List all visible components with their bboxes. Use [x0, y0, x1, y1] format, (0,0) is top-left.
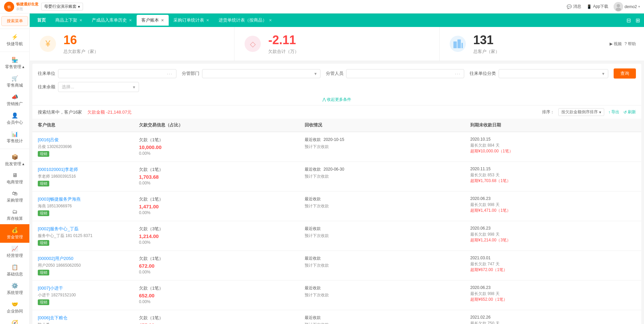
table-row: [0002]服务中心_丁磊 服务中心_丁磊 181 0125 8371 现销 欠…	[32, 221, 641, 251]
filter-balance: 往来余额 选择... ▾	[38, 82, 139, 92]
sort-select[interactable]: 按欠款金额倒序排序 ▾	[558, 108, 604, 116]
stat-number-debt: -2.11	[268, 33, 299, 47]
stat-label-total: 总客户（家）	[473, 49, 500, 55]
org-name: 母婴行业演示账套	[44, 4, 77, 9]
search-button[interactable]: 查询	[614, 68, 636, 79]
operations-icon: 📈	[11, 245, 18, 252]
filter-unit-class: 往来单位分类 ▾	[470, 69, 608, 78]
sidebar-item-guide[interactable]: 🧭 新手引导	[0, 317, 29, 324]
stat-label-debt: 欠款合计（万）	[268, 49, 299, 55]
purchase-icon: 🛍	[12, 190, 18, 197]
table-header: 客户信息 欠款交易信息（占比） 回收情况 到期未收款日期	[32, 119, 641, 132]
balance-select[interactable]: 选择... ▾	[58, 82, 139, 92]
stat-number-total: 131	[473, 33, 500, 47]
ecommerce-icon: 🖥	[12, 172, 18, 178]
message-btn[interactable]: 💬 消息	[567, 4, 581, 9]
payment-info-000002: 最近收款 预计下次收款	[305, 256, 470, 268]
tab-close-customer-account[interactable]: ✕	[161, 18, 164, 23]
batch-mgmt-icon: 📦	[11, 154, 18, 160]
sidebar-item-member[interactable]: 👤 会员中心	[0, 110, 29, 128]
sidebar-item-ecommerce[interactable]: 🖥 电商管理	[0, 170, 29, 188]
table-row: [0001020001]李老师 李老师 18600391516 现销 欠款（1笔…	[32, 162, 641, 192]
tab-close-product-history[interactable]: ✕	[129, 18, 132, 23]
overdue-amount-0001020001[interactable]: 超期¥1,703.68（1笔）	[470, 178, 636, 184]
customer-name-000002[interactable]: [000002]用户2050	[38, 256, 139, 262]
sidebar-item-inventory[interactable]: 🗂 库存核算	[0, 206, 29, 224]
customer-name-0016[interactable]: [0016]吕俊	[38, 137, 139, 143]
sidebar-item-batch-mgmt[interactable]: 📦 批发管理 ▴	[0, 151, 29, 170]
tab-customer-account[interactable]: 客户账本 ✕	[137, 15, 169, 26]
stat-card-debt: ◇ -2.11 欠款合计（万）	[234, 27, 439, 61]
tab-inbound-stats[interactable]: 进货单统计表（按商品） ✕	[214, 15, 277, 26]
minimize-btn[interactable]: ⊟	[625, 17, 632, 24]
sidebar-item-marketing[interactable]: 📣 营销推广	[0, 91, 29, 110]
table-row: [0006]去下粮仓 陈小希 现销 欠款（1笔） 455.90 0.00% 最近…	[32, 310, 641, 324]
customer-name-0002[interactable]: [0002]服务中心_丁磊	[38, 226, 139, 232]
debt-info-0003: 欠款（1笔） 1,471.00 0.00%	[139, 196, 305, 215]
from-unit-input[interactable]: ···	[58, 69, 176, 78]
export-btn[interactable]: ↑ 导出	[608, 109, 619, 115]
sidebar-item-operations[interactable]: 📈 经营管理	[0, 243, 29, 261]
svg-text:¥: ¥	[45, 38, 51, 49]
tab-close-inbound-stats[interactable]: ✕	[269, 18, 272, 23]
sidebar-item-retail-mgmt[interactable]: 🏪 零售管理 ▴	[0, 54, 29, 72]
collapse-btn[interactable]: ⋀ 收起更多条件	[38, 95, 636, 105]
sidebar-item-retail-shop[interactable]: 🛒 零售商城	[0, 72, 29, 91]
results-text: 搜索结果中，客户16家 欠款金额 -21,148.07元	[38, 109, 132, 115]
filter-area: 往来单位 ··· 分管部门 ▾	[32, 64, 641, 105]
col-header-due: 到期未收款日期	[470, 122, 636, 128]
overdue-amount-000002[interactable]: 超期¥672.00（1笔）	[470, 267, 636, 273]
user-menu[interactable]: demo2 ▾	[614, 2, 640, 11]
overdue-info-0006: 2021.02.26 最长欠款 750 天 超期¥455.90（1笔）	[470, 315, 636, 324]
customer-info-0016: [0016]吕俊 吕俊 13026203696 现销	[38, 137, 139, 157]
tab-bar: 首页 商品上下架 ✕ 产成品入库单历史 ✕ 客户账本 ✕ 采购订单统计表 ✕	[30, 13, 644, 27]
overdue-info-0001020001: 2020.11.15 最长欠款 853 天 超期¥1,703.68（1笔）	[470, 167, 636, 184]
overdue-info-0002: 2020.06.23 最长欠款 998 天 超期¥1,214.00（3笔）	[470, 226, 636, 243]
stat-icon-total	[448, 34, 468, 54]
sidebar-item-basic-info[interactable]: 📋 基础信息	[0, 261, 29, 280]
video-help-btn[interactable]: ▶ 视频	[610, 41, 622, 47]
customer-name-0006[interactable]: [0006]去下粮仓	[38, 315, 139, 321]
refresh-icon: ↺	[623, 110, 627, 115]
sidebar-item-corp-collab[interactable]: 🤝 企业协同	[0, 298, 29, 317]
sidebar-item-quick-nav[interactable]: ⚡ 快捷导航	[0, 31, 29, 50]
dept-select[interactable]: ▾	[202, 69, 320, 78]
maximize-btn[interactable]: ⊞	[634, 17, 641, 24]
customer-name-0003[interactable]: [0003]畅捷服务尹海燕	[38, 196, 139, 202]
overdue-amount-0007[interactable]: 超期¥652.00（1笔）	[470, 297, 636, 302]
finance-icon: 💰	[11, 227, 18, 233]
overdue-amount-0003[interactable]: 超期¥1,471.00（1笔）	[470, 208, 636, 213]
customer-name-0001020001[interactable]: [0001020001]李老师	[38, 167, 139, 173]
refresh-btn[interactable]: ↺ 刷新	[623, 109, 636, 115]
sidebar-item-purchase[interactable]: 🛍 采购管理	[0, 188, 29, 206]
tab-purchase-stats[interactable]: 采购订单统计表 ✕	[169, 15, 214, 26]
tab-home[interactable]: 首页	[32, 15, 51, 26]
person-input[interactable]: ···	[346, 69, 465, 78]
tab-product-shelf[interactable]: 商品上下架 ✕	[51, 15, 87, 26]
stats-row: ¥ 16 总欠款客户（家） ◇	[30, 27, 644, 61]
customer-info-0003: [0003]畅捷服务尹海燕 海燕 18513066976 现销	[38, 196, 139, 216]
help-btn[interactable]: ? 帮助	[624, 41, 636, 47]
inventory-icon: 🗂	[12, 209, 18, 215]
dept-label: 分管部门	[182, 70, 199, 77]
search-menu-btn[interactable]: 搜索菜单	[1, 16, 28, 26]
customer-info-0006: [0006]去下粮仓 陈小希 现销	[38, 315, 139, 324]
sidebar-item-finance[interactable]: 💰 资金管理	[0, 224, 29, 243]
sidebar-item-retail-stats[interactable]: 📊 零售统计	[0, 128, 29, 147]
sidebar-item-sys-mgmt[interactable]: ⚙️ 系统管理	[0, 280, 29, 298]
unit-class-select[interactable]: ▾	[499, 69, 608, 78]
customer-name-0007[interactable]: [0007]小进干	[38, 285, 139, 291]
tab-product-history[interactable]: 产成品入库单历史 ✕	[87, 15, 137, 26]
stat-card-customers: ¥ 16 总欠款客户（家）	[30, 27, 234, 61]
help-buttons: ▶ 视频 ? 帮助	[610, 41, 636, 47]
org-selector[interactable]: 母婴行业演示账套 ▾	[41, 3, 83, 10]
overdue-amount-0002[interactable]: 超期¥1,214.00（3笔）	[470, 237, 636, 243]
overdue-amount-0016[interactable]: 超期¥10,000.00（1笔）	[470, 148, 636, 154]
unit-class-label: 往来单位分类	[470, 70, 496, 77]
app-download-btn[interactable]: 📱 App下载	[587, 4, 608, 9]
stat-card-total: 131 总客户（家） ▶ 视频 ? 帮助	[440, 27, 644, 61]
tab-close-purchase-stats[interactable]: ✕	[206, 18, 209, 23]
tab-close-product-shelf[interactable]: ✕	[79, 18, 82, 23]
col-header-debt: 欠款交易信息（占比）	[139, 122, 305, 128]
overdue-info-0016: 2020.10.15 最长欠款 884 天 超期¥10,000.00（1笔）	[470, 137, 636, 154]
